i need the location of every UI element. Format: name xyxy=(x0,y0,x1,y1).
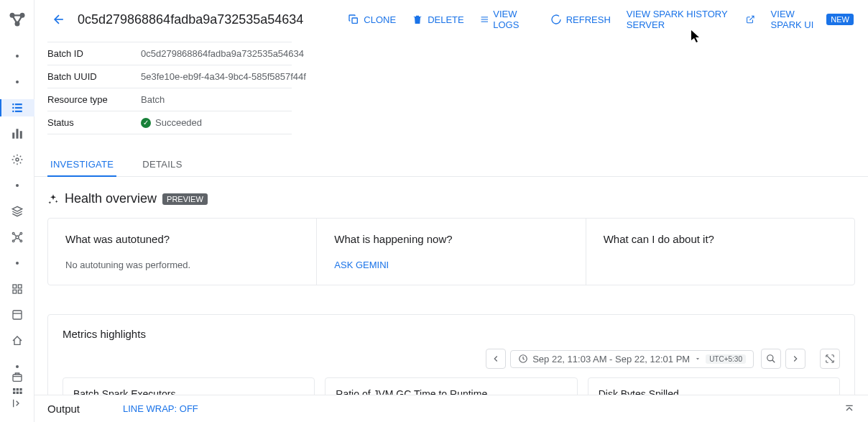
svg-line-46 xyxy=(826,355,833,362)
tab-details[interactable]: DETAILS xyxy=(139,153,185,176)
sidebar-item-grid[interactable] xyxy=(9,280,26,298)
tab-investigate[interactable]: INVESTIGATE xyxy=(47,153,116,177)
output-bar: Output LINE WRAP: OFF xyxy=(34,395,868,422)
health-overview-section: Health overview PREVIEW What was autotun… xyxy=(34,177,868,300)
svg-rect-24 xyxy=(18,285,22,288)
sidebar-item-settings[interactable] xyxy=(9,151,26,168)
svg-rect-5 xyxy=(12,107,14,109)
health-card-autotuned: What was autotuned? No autotuning was pe… xyxy=(48,219,317,285)
meta-table: Batch ID 0c5d279868864fadba9a732535a5463… xyxy=(34,42,868,134)
preview-badge: PREVIEW xyxy=(162,193,208,205)
health-card-happening: What is happening now? ASK GEMINI xyxy=(317,219,586,285)
svg-line-20 xyxy=(19,234,20,236)
time-range-picker[interactable]: Sep 22, 11:03 AM - Sep 22, 12:01 PM UTC+… xyxy=(510,350,754,368)
page-header: 0c5d279868864fadba9a732535a54634 CLONE D… xyxy=(34,0,868,39)
svg-point-18 xyxy=(20,240,22,242)
sidebar-item-window[interactable] xyxy=(9,306,26,324)
svg-marker-13 xyxy=(12,206,22,211)
ask-gemini-button[interactable]: ASK GEMINI xyxy=(334,260,568,270)
svg-rect-35 xyxy=(13,375,22,381)
sidebar-dot-4[interactable] xyxy=(9,254,26,272)
svg-rect-26 xyxy=(18,290,22,293)
time-prev-button[interactable] xyxy=(486,349,506,369)
external-link-icon xyxy=(746,14,755,25)
svg-line-22 xyxy=(19,239,20,240)
sidebar-expand[interactable] xyxy=(9,395,26,412)
sidebar-left xyxy=(0,0,34,422)
svg-line-45 xyxy=(772,360,775,363)
svg-point-15 xyxy=(12,232,14,234)
svg-point-14 xyxy=(16,236,19,239)
output-expand-button[interactable] xyxy=(844,403,855,415)
spark-history-button[interactable]: VIEW SPARK HISTORY SERVER xyxy=(627,9,755,30)
sidebar-item-bars[interactable] xyxy=(9,125,26,142)
meta-row-batch-uuid: Batch UUID 5e3fe10e-eb9f-4a34-9bc4-585f5… xyxy=(47,68,855,85)
svg-marker-43 xyxy=(696,358,699,359)
sidebar-item-layers[interactable] xyxy=(9,203,26,220)
sidebar-dot-3[interactable] xyxy=(9,177,26,194)
delete-button[interactable]: DELETE xyxy=(412,14,464,25)
svg-line-21 xyxy=(14,239,16,240)
metrics-toolbar: Sep 22, 11:03 AM - Sep 22, 12:01 PM UTC+… xyxy=(48,349,854,377)
health-card-actions: What can I do about it? xyxy=(586,219,854,285)
new-badge: NEW xyxy=(826,14,854,25)
svg-point-12 xyxy=(16,158,19,161)
svg-rect-38 xyxy=(352,18,357,23)
tabs: INVESTIGATE DETAILS xyxy=(34,145,868,177)
sidebar-dot-2[interactable] xyxy=(9,73,26,91)
page-title: 0c5d279868864fadba9a732535a54634 xyxy=(78,12,303,27)
svg-line-19 xyxy=(14,234,16,236)
copy-icon xyxy=(348,14,359,25)
line-wrap-toggle[interactable]: LINE WRAP: OFF xyxy=(123,403,198,414)
sparkle-icon xyxy=(47,193,59,205)
clone-button[interactable]: CLONE xyxy=(348,14,396,25)
svg-rect-23 xyxy=(13,285,17,288)
health-title: Health overview xyxy=(65,191,157,206)
svg-rect-9 xyxy=(12,133,14,139)
svg-rect-6 xyxy=(15,107,22,109)
svg-point-17 xyxy=(12,240,14,242)
svg-rect-40 xyxy=(481,19,487,19)
list-icon xyxy=(480,14,489,25)
refresh-icon xyxy=(550,14,562,25)
back-button[interactable] xyxy=(49,9,69,29)
meta-row-batch-id: Batch ID 0c5d279868864fadba9a732535a5463… xyxy=(47,45,855,62)
product-logo[interactable] xyxy=(7,9,27,29)
time-next-button[interactable] xyxy=(785,349,805,369)
sidebar-item-marketplace[interactable] xyxy=(9,369,26,386)
svg-rect-41 xyxy=(481,22,487,22)
sidebar-item-list[interactable] xyxy=(0,99,34,116)
sidebar-dot-1[interactable] xyxy=(9,47,26,65)
zoom-button[interactable] xyxy=(761,349,781,369)
sidebar-item-share[interactable] xyxy=(9,332,26,349)
fullscreen-button[interactable] xyxy=(820,349,840,369)
main-content: 0c5d279868864fadba9a732535a54634 CLONE D… xyxy=(34,0,868,422)
metrics-title: Metrics highlights xyxy=(48,315,854,349)
svg-rect-4 xyxy=(15,104,22,105)
view-logs-button[interactable]: VIEW LOGS xyxy=(480,9,535,30)
svg-rect-39 xyxy=(481,17,487,17)
svg-point-44 xyxy=(767,355,773,361)
success-icon xyxy=(141,118,151,128)
svg-rect-25 xyxy=(13,290,17,293)
sidebar-item-network[interactable] xyxy=(9,229,26,246)
output-title: Output xyxy=(47,403,80,415)
refresh-button[interactable]: REFRESH xyxy=(550,14,611,25)
svg-rect-11 xyxy=(19,131,22,139)
svg-point-16 xyxy=(20,232,22,234)
trash-icon xyxy=(412,14,423,25)
meta-row-status: Status Succeeded xyxy=(47,114,855,131)
svg-rect-3 xyxy=(12,104,14,105)
svg-rect-10 xyxy=(16,129,18,139)
meta-row-resource-type: Resource type Batch xyxy=(47,91,855,108)
svg-rect-7 xyxy=(12,111,14,112)
chevron-down-icon xyxy=(694,355,701,362)
svg-rect-27 xyxy=(13,311,22,319)
spark-ui-button[interactable]: VIEW SPARK UI NEW xyxy=(771,9,854,30)
svg-rect-8 xyxy=(15,111,22,112)
action-bar: CLONE DELETE VIEW LOGS REFRESH VIEW SPAR… xyxy=(348,9,854,30)
clock-icon xyxy=(518,354,528,364)
timezone-badge: UTC+5:30 xyxy=(706,354,746,364)
